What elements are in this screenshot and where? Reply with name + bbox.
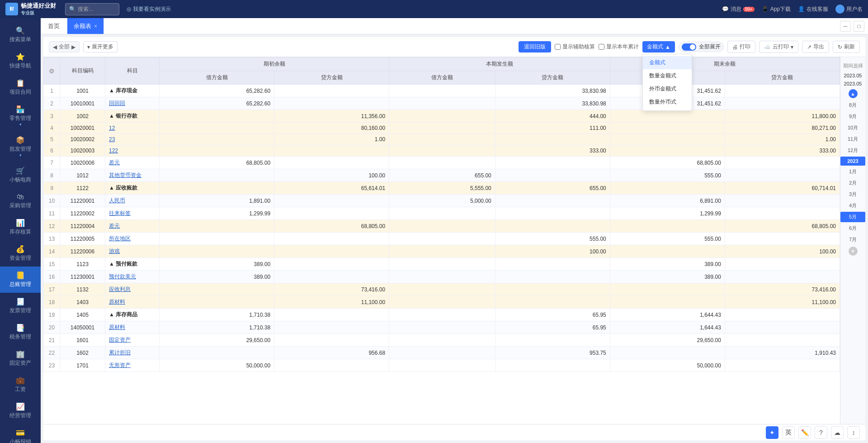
mode-option-foreign-amount[interactable]: 外币金额式 (643, 82, 692, 95)
table-row-code[interactable]: 1001 (60, 85, 105, 97)
month-5[interactable]: 5月 (840, 212, 865, 222)
service-button[interactable]: 👤 在线客服 (798, 5, 828, 13)
table-row-name[interactable]: 往来标签 (105, 207, 160, 220)
table-row-code[interactable]: 10010001 (60, 97, 105, 110)
user-button[interactable]: 用户名 (835, 5, 863, 14)
sidebar-item-wholesale[interactable]: 📦 批发管理 ▾ (0, 131, 41, 162)
month-2[interactable]: 2月 (840, 178, 865, 188)
table-row-name[interactable]: 累计折旧 (105, 347, 160, 359)
month-2023[interactable]: 2023 (840, 157, 865, 166)
mode-option-qty-foreign[interactable]: 数量外币式 (643, 95, 692, 109)
demo-link[interactable]: ◎ 我要看实例演示 (127, 5, 171, 13)
table-row-name[interactable]: 差元 (105, 157, 160, 169)
table-row-code[interactable]: 14050001 (60, 321, 105, 334)
month-12[interactable]: 12月 (840, 145, 865, 156)
table-row-name[interactable]: 固定资产 (105, 334, 160, 347)
month-8[interactable]: 8月 (840, 100, 865, 110)
period-down-arrow[interactable]: ▼ (849, 247, 858, 256)
tab-close-button[interactable]: × (94, 23, 97, 29)
bottom-help-button[interactable]: ? (815, 426, 827, 439)
sidebar-item-search[interactable]: 🔍 搜索菜单 (0, 22, 41, 48)
table-row-code[interactable]: 1123 (60, 258, 105, 271)
table-row-name[interactable]: ▲ 应收账款 (105, 182, 160, 195)
sidebar-item-finance[interactable]: 💰 资金管理 (0, 240, 41, 267)
sidebar-item-project[interactable]: 📋 项目合同 (0, 74, 41, 100)
print-button[interactable]: 🖨 打印 (727, 41, 755, 53)
table-row-code[interactable]: 1132 (60, 283, 105, 296)
ytd-checkbox[interactable] (599, 44, 604, 50)
mode-option-qty-amount[interactable]: 数量金额式 (643, 69, 692, 82)
mode-button[interactable]: 金额式 ▲ (642, 41, 675, 52)
table-row-name[interactable]: 游戏 (105, 245, 160, 258)
table-row-code[interactable]: 11220004 (60, 220, 105, 233)
month-1[interactable]: 1月 (840, 167, 865, 177)
tab-home[interactable]: 首页 (41, 18, 67, 34)
table-row-name[interactable]: 12 (105, 123, 160, 134)
table-row-name[interactable]: 人民币 (105, 195, 160, 207)
sidebar-item-retail[interactable]: 🏪 零售管理 ▾ (0, 100, 41, 131)
table-wrapper[interactable]: ⚙ 科目编码 科目 期初余额 本期发生额 期末余额 借方金额 贷方金额 (43, 57, 840, 424)
table-row-name[interactable]: ▲ 银行存款 (105, 110, 160, 123)
tab-balance-sheet[interactable]: 余额表 × (67, 18, 104, 34)
table-row-code[interactable]: 1012 (60, 169, 105, 182)
table-row-code[interactable]: 10020001 (60, 123, 105, 134)
sidebar-item-expense[interactable]: 💳 小畅报销 (0, 424, 41, 443)
table-row-code[interactable]: 1002 (60, 110, 105, 123)
table-row-name[interactable]: 其他货币资金 (105, 169, 160, 182)
table-row-code[interactable]: 11220001 (60, 195, 105, 207)
message-button[interactable]: 💬 消息 99+ (722, 5, 755, 13)
bottom-sync-button[interactable]: ↕ (847, 426, 860, 439)
sidebar-item-tax[interactable]: 📑 税务管理 (0, 319, 41, 345)
refresh-button[interactable]: ↻ 刷新 (833, 41, 860, 53)
top-search-box[interactable]: 🔍 搜索... (65, 3, 119, 15)
table-row-name[interactable]: ▲ 库存商品 (105, 309, 160, 321)
mode-option-amount[interactable]: 金额式 (643, 56, 692, 69)
show-ytd-check[interactable]: 显示本年累计 (599, 43, 639, 51)
table-row-name[interactable]: 122 (105, 145, 160, 157)
table-row-code[interactable]: 11220006 (60, 245, 105, 258)
cloud-print-button[interactable]: ☁️ 云打印 ▾ (759, 41, 798, 53)
table-row-name[interactable]: 所在地区 (105, 233, 160, 245)
table-row-name[interactable]: ▲ 库存现金 (105, 85, 160, 97)
table-row-code[interactable]: 1405 (60, 309, 105, 321)
bottom-cloud-button[interactable]: ☁ (831, 426, 844, 439)
month-11[interactable]: 11月 (840, 134, 865, 144)
sidebar-item-purchase[interactable]: 🛍 采购管理 (0, 188, 41, 214)
sidebar-item-management[interactable]: 📈 经营管理 (0, 398, 41, 424)
back-old-version-button[interactable]: 退回旧版 (519, 41, 551, 52)
table-row-code[interactable]: 11220005 (60, 233, 105, 245)
month-3[interactable]: 3月 (840, 189, 865, 200)
expand-all-toggle[interactable]: 全部展开 (679, 42, 724, 52)
sidebar-item-ledger[interactable]: 📒 总账管理 (0, 267, 41, 293)
month-7[interactable]: 7月 (840, 234, 865, 245)
table-row-name[interactable]: 23 (105, 134, 160, 145)
month-10[interactable]: 10月 (840, 123, 865, 133)
expand-more-button[interactable]: ▾ 展开更多 (83, 41, 118, 52)
table-row-name[interactable]: 应收利息 (105, 283, 160, 296)
table-settings-icon[interactable]: ⚙ (49, 67, 55, 75)
month-4[interactable]: 4月 (840, 200, 865, 211)
period-up-arrow[interactable]: ▲ (849, 89, 858, 98)
table-row-code[interactable]: 1403 (60, 296, 105, 309)
table-row-code[interactable]: 1122 (60, 182, 105, 195)
show-assist-check[interactable]: 显示辅助核算 (555, 43, 595, 51)
table-row-name[interactable]: 预付款美元 (105, 271, 160, 283)
tab-minimize-button[interactable]: ─ (840, 21, 851, 32)
export-button[interactable]: ↗ 导出 (802, 41, 829, 53)
assist-checkbox[interactable] (555, 44, 561, 50)
month-6[interactable]: 6月 (840, 223, 865, 233)
bottom-lang-button[interactable]: 英 (782, 426, 795, 439)
sidebar-item-salary[interactable]: 💼 工资 (0, 372, 41, 398)
forward-arrow-icon[interactable]: ▶ (71, 44, 75, 50)
table-row-name[interactable]: 差元 (105, 220, 160, 233)
table-row-code[interactable]: 10020006 (60, 157, 105, 169)
sidebar-item-ecommerce[interactable]: 🛒 小畅电商 (0, 162, 41, 188)
bottom-edit-button[interactable]: ✏️ (798, 426, 811, 439)
table-row-name[interactable]: 原材料 (105, 321, 160, 334)
sidebar-item-nav[interactable]: ⭐ 快捷导航 (0, 48, 41, 74)
table-row-code[interactable]: 11220002 (60, 207, 105, 220)
download-button[interactable]: 📱 App下载 (762, 5, 791, 13)
table-row-code[interactable]: 1602 (60, 347, 105, 359)
table-row-code[interactable]: 10020002 (60, 134, 105, 145)
table-row-name[interactable]: ▲ 预付账款 (105, 258, 160, 271)
